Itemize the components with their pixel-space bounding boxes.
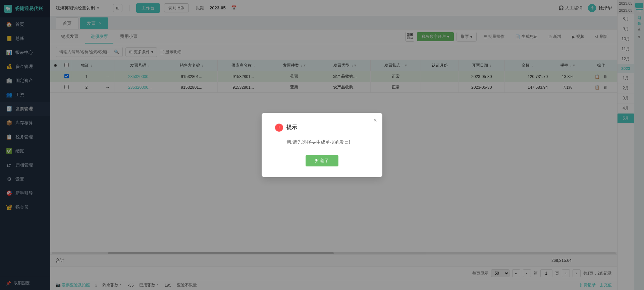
modal-error-icon: !	[275, 124, 283, 132]
modal-body: 亲,请先选择要生成单据的发票!	[275, 138, 369, 146]
modal-title: 提示	[286, 124, 297, 131]
modal-close-btn[interactable]: ×	[373, 117, 377, 124]
modal-header: ! 提示	[275, 124, 369, 132]
modal-overlay[interactable]: × ! 提示 亲,请先选择要生成单据的发票! 知道了	[0, 0, 644, 290]
modal-dialog: × ! 提示 亲,请先选择要生成单据的发票! 知道了	[262, 113, 382, 177]
modal-footer: 知道了	[275, 155, 369, 166]
modal-message: 亲,请先选择要生成单据的发票!	[286, 139, 350, 145]
modal-ok-btn[interactable]: 知道了	[306, 155, 338, 166]
modal-ok-label: 知道了	[315, 158, 329, 163]
